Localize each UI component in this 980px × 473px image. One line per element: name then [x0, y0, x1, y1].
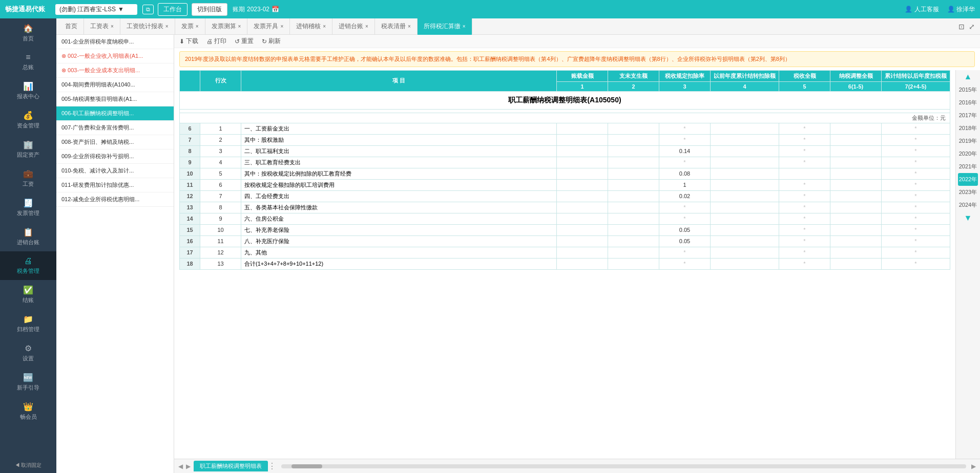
sheet-content[interactable]: 行次 项 目 账载金额 支未支生额 税收规定扣除率 以前年度累计结转扣除额 税收… [174, 70, 955, 459]
col-c-cell[interactable] [557, 235, 608, 247]
col-c-cell[interactable] [557, 134, 608, 145]
col-e-cell[interactable]: 0.02 [659, 190, 711, 202]
year-item[interactable]: 2020年 [958, 147, 978, 160]
col-i-cell[interactable]: * [882, 123, 950, 134]
col-c-cell[interactable] [557, 224, 608, 235]
col-i-cell[interactable]: * [882, 224, 950, 235]
col-f-cell[interactable] [711, 168, 779, 179]
col-h-cell[interactable] [830, 224, 882, 235]
year-item[interactable]: 2023年 [958, 186, 978, 199]
form-list-item-004[interactable]: 004-期间费用明细表(A1040... [56, 78, 174, 92]
copy-icon-btn[interactable]: ⧉ [142, 5, 154, 14]
refresh-btn[interactable]: ↻ 刷新 [262, 37, 281, 46]
col-h-cell[interactable] [830, 123, 882, 134]
col-c-cell[interactable] [557, 168, 608, 179]
form-list-item-002[interactable]: ⊗ 002-一般企业收入明细表(A1... [56, 49, 174, 63]
col-i-cell[interactable]: * [882, 168, 950, 179]
col-i-cell[interactable]: * [882, 145, 950, 157]
col-h-cell[interactable] [830, 235, 882, 247]
tab-invoice-close[interactable]: × [196, 24, 199, 29]
col-e-cell[interactable]: 0.05 [659, 235, 711, 247]
col-g-cell[interactable]: * [779, 224, 830, 235]
col-d-cell[interactable] [608, 123, 659, 134]
sidebar-item-fixed-assets[interactable]: 🏢 固定资产 [0, 135, 56, 164]
col-h-cell[interactable] [830, 213, 882, 224]
col-e-cell[interactable]: * [659, 123, 711, 134]
tab-expand-btn[interactable]: ⤢ [969, 23, 975, 31]
col-e-cell[interactable]: * [659, 134, 711, 145]
col-e-cell[interactable]: * [659, 258, 711, 269]
col-d-cell[interactable] [608, 190, 659, 202]
sheet-nav-right[interactable]: ▶ [186, 463, 191, 470]
item-cell[interactable]: 八、补充医疗保险 [241, 235, 557, 247]
form-list-item-005[interactable]: 005-纳税调整项目明细表(A1... [56, 92, 174, 106]
col-f-cell[interactable] [711, 145, 779, 157]
tab-input-verify[interactable]: 进销稽核 × [290, 18, 332, 35]
tab-tax-clear-close[interactable]: × [408, 24, 411, 29]
col-i-cell[interactable]: * [882, 179, 950, 190]
col-e-cell[interactable]: * [659, 247, 711, 258]
tab-income-tax[interactable]: 所得税汇算缴 × [418, 18, 472, 35]
tab-tax-clear[interactable]: 税表清册 × [375, 18, 418, 35]
item-cell[interactable]: 按税收规定全额扣除的职工培训费用 [241, 179, 557, 190]
col-h-cell[interactable] [830, 190, 882, 202]
col-f-cell[interactable] [711, 123, 779, 134]
sidebar-item-home[interactable]: 🏠 首页 [0, 18, 56, 48]
col-g-cell[interactable]: * [779, 247, 830, 258]
col-g-cell[interactable]: * [779, 179, 830, 190]
col-c-cell[interactable] [557, 247, 608, 258]
col-d-cell[interactable] [608, 213, 659, 224]
col-e-cell[interactable]: * [659, 157, 711, 168]
tab-invoice[interactable]: 发票 × [175, 18, 205, 35]
year-item[interactable]: 2024年 [958, 199, 978, 211]
col-i-cell[interactable]: * [882, 202, 950, 213]
user-avatar[interactable]: 👤 徐泽华 [947, 5, 975, 14]
tab-payroll-stat-close[interactable]: × [165, 24, 169, 29]
col-c-cell[interactable] [557, 202, 608, 213]
sidebar-item-settlement[interactable]: ✅ 结账 [0, 280, 56, 309]
year-nav-up[interactable]: ▲ [956, 70, 980, 83]
col-i-cell[interactable]: * [882, 213, 950, 224]
tab-input-ledger[interactable]: 进销台账 × [332, 18, 375, 35]
form-list-item-012[interactable]: 012-减免企业所得税优惠明细... [56, 192, 174, 207]
col-f-cell[interactable] [711, 179, 779, 190]
col-g-cell[interactable]: * [779, 190, 830, 202]
col-f-cell[interactable] [711, 157, 779, 168]
col-d-cell[interactable] [608, 134, 659, 145]
col-c-cell[interactable] [557, 123, 608, 134]
table-row[interactable]: 12 7 四、工会经费支出 0.02 * * [180, 190, 950, 202]
col-h-cell[interactable] [830, 157, 882, 168]
tab-input-ledger-close[interactable]: × [365, 24, 368, 29]
sidebar-item-asset-mgmt[interactable]: 💰 资金管理 [0, 105, 56, 135]
sidebar-item-general-ledger[interactable]: ≡ 总账 [0, 48, 56, 76]
col-d-cell[interactable] [608, 235, 659, 247]
form-list-item-003[interactable]: ⊗ 003-一般企业成本支出明细... [56, 63, 174, 78]
sidebar-item-report-center[interactable]: 📊 报表中心 [0, 76, 56, 105]
reset-btn[interactable]: ↺ 重置 [235, 37, 254, 46]
col-g-cell[interactable] [779, 168, 830, 179]
tab-payroll[interactable]: 工资表 × [84, 18, 120, 35]
col-g-cell[interactable]: * [779, 134, 830, 145]
sidebar-item-invoice-mgmt[interactable]: 🧾 发票管理 [0, 193, 56, 222]
sidebar-item-payroll[interactable]: 💼 工资 [0, 164, 56, 193]
item-cell[interactable]: 其中：股权激励 [241, 134, 557, 145]
col-f-cell[interactable] [711, 202, 779, 213]
col-f-cell[interactable] [711, 224, 779, 235]
col-g-cell[interactable]: * [779, 202, 830, 213]
col-d-cell[interactable] [608, 247, 659, 258]
col-f-cell[interactable] [711, 190, 779, 202]
item-cell[interactable]: 四、工会经费支出 [241, 190, 557, 202]
col-d-cell[interactable] [608, 179, 659, 190]
switch-button[interactable]: 切到旧版 [192, 3, 227, 16]
year-item[interactable]: 2017年 [958, 109, 978, 122]
col-i-cell[interactable]: * [882, 134, 950, 145]
table-row[interactable]: 16 11 八、补充医疗保险 0.05 * * [180, 235, 950, 247]
sheet-nav-left[interactable]: ◀ [178, 463, 183, 470]
sidebar-item-archive[interactable]: 📁 归档管理 [0, 309, 56, 338]
table-row[interactable]: 8 3 二、职工福利支出 0.14 * * [180, 145, 950, 157]
col-h-cell[interactable] [830, 202, 882, 213]
form-list-item-008[interactable]: 008-资产折旧、摊销及纳税... [56, 135, 174, 149]
col-g-cell[interactable]: * [779, 123, 830, 134]
col-h-cell[interactable] [830, 258, 882, 269]
item-cell[interactable]: 合计(1+3+4+7+8+9+10+11+12) [241, 258, 557, 269]
